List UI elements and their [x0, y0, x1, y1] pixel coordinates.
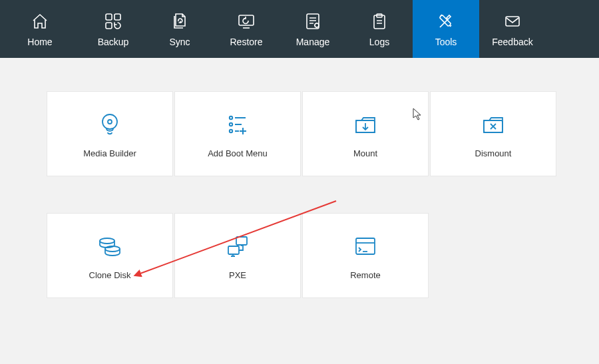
svg-point-16 [100, 238, 114, 244]
backup-icon [103, 11, 123, 31]
add-boot-menu-icon [223, 110, 252, 139]
nav-tools[interactable]: Tools [413, 0, 479, 58]
svg-rect-0 [106, 14, 112, 20]
nav-label: Sync [169, 37, 190, 47]
clone-disk-icon [95, 232, 124, 261]
sync-icon [170, 11, 190, 31]
svg-rect-2 [106, 23, 112, 29]
nav-label: Manage [296, 37, 330, 47]
tile-dismount[interactable]: Dismount [430, 91, 556, 176]
tile-mount[interactable]: Mount [302, 91, 429, 176]
dismount-icon [479, 110, 508, 139]
svg-point-13 [230, 129, 232, 132]
nav-label: Tools [435, 37, 457, 47]
nav-label: Backup [98, 37, 129, 47]
tile-label: Mount [353, 148, 377, 158]
pxe-icon [223, 232, 252, 261]
nav-sync[interactable]: Sync [146, 0, 213, 58]
feedback-icon [502, 11, 522, 31]
nav-logs[interactable]: Logs [346, 0, 413, 58]
home-icon [30, 11, 50, 31]
tile-clone-disk[interactable]: Clone Disk [47, 213, 173, 298]
tools-icon [436, 11, 456, 31]
nav-home[interactable]: Home [0, 0, 80, 58]
tile-label: Add Boot Menu [208, 148, 268, 158]
tile-label: Remote [350, 270, 381, 280]
svg-rect-19 [228, 246, 239, 254]
tile-media-builder[interactable]: Media Builder [47, 91, 173, 176]
media-builder-icon [95, 110, 124, 139]
svg-point-10 [108, 120, 112, 124]
tile-label: Media Builder [83, 148, 136, 158]
tile-remote[interactable]: Remote [302, 213, 429, 298]
tools-row-1: Media Builder Add Boot Menu [47, 91, 552, 176]
nav-manage[interactable]: Manage [280, 0, 346, 58]
svg-rect-1 [114, 14, 120, 20]
nav-backup[interactable]: Backup [80, 0, 146, 58]
svg-point-11 [230, 116, 232, 118]
nav-restore[interactable]: Restore [213, 0, 280, 58]
svg-point-12 [230, 122, 232, 125]
svg-rect-8 [506, 17, 519, 26]
manage-icon [303, 11, 323, 31]
top-navbar: Home Backup Sync [0, 0, 599, 58]
tile-label: PXE [229, 270, 246, 280]
tile-label: Dismount [475, 148, 512, 158]
svg-rect-4 [307, 14, 319, 29]
nav-label: Feedback [492, 37, 532, 47]
tools-row-2: Clone Disk PXE [47, 213, 552, 298]
restore-icon [236, 11, 256, 31]
nav-label: Logs [369, 37, 389, 47]
logs-icon [369, 11, 389, 31]
mount-icon [351, 110, 380, 139]
nav-label: Restore [230, 37, 262, 47]
svg-point-9 [102, 114, 117, 129]
tile-pxe[interactable]: PXE [174, 213, 301, 298]
svg-rect-18 [236, 237, 247, 245]
nav-feedback[interactable]: Feedback [479, 0, 546, 58]
tools-panel: Media Builder Add Boot Menu [0, 58, 599, 298]
nav-label: Home [27, 37, 52, 47]
remote-icon [351, 232, 380, 261]
tile-label: Clone Disk [89, 270, 131, 280]
tile-add-boot-menu[interactable]: Add Boot Menu [174, 91, 301, 176]
